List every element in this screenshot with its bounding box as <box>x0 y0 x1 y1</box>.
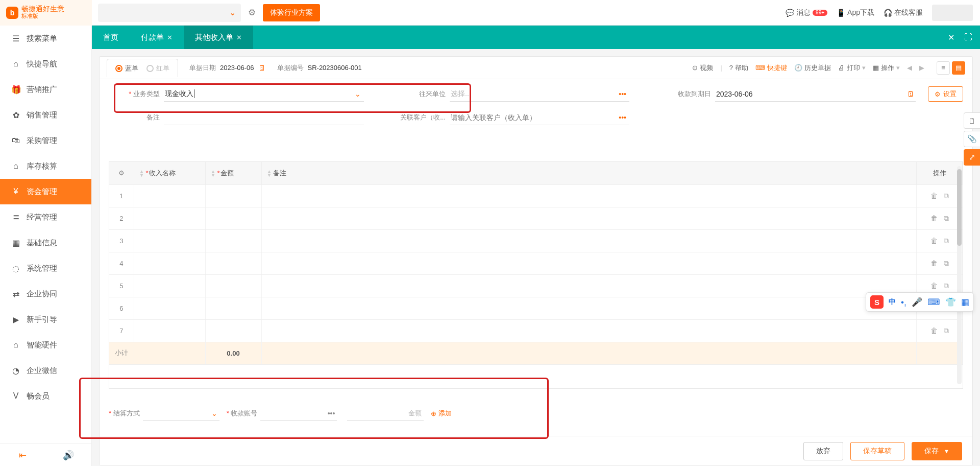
delete-row-icon[interactable]: 🗑 <box>930 259 938 268</box>
table-scrollbar[interactable] <box>957 166 962 384</box>
settle-account-select[interactable]: ••• <box>260 406 337 421</box>
settle-method-select[interactable]: ⌄ <box>143 406 219 421</box>
float-expand-icon[interactable]: ⤢ <box>964 149 980 166</box>
sidebar-item-14[interactable]: V畅会员 <box>0 383 91 409</box>
sidebar-sound-icon[interactable]: 🔊 <box>46 450 92 461</box>
app-download-link[interactable]: 📱 App下载 <box>837 8 874 17</box>
sidebar-item-3[interactable]: ✿销售管理 <box>0 102 91 128</box>
menu-label: 企业微信 <box>27 366 57 376</box>
sidebar-item-5[interactable]: ⌂库存核算 <box>0 153 91 179</box>
view-list[interactable]: ≡ <box>937 61 950 75</box>
sidebar-item-12[interactable]: ⌂智能硬件 <box>0 332 91 358</box>
copy-row-icon[interactable]: ⧉ <box>944 237 949 245</box>
sidebar-item-8[interactable]: ▦基础信息 <box>0 230 91 255</box>
calendar-icon[interactable]: 🗓 <box>258 63 266 72</box>
view-toggle: ≡ ▤ <box>937 61 965 75</box>
tab-close-all[interactable]: ✕ <box>944 31 958 44</box>
sidebar-item-0[interactable]: ☰搜索菜单 <box>0 26 91 51</box>
delete-row-icon[interactable]: 🗑 <box>930 192 938 200</box>
ime-logo-icon: S <box>870 295 884 309</box>
table-row[interactable]: 5🗑⧉ <box>109 274 963 297</box>
copy-row-icon[interactable]: ⧉ <box>944 259 949 268</box>
sidebar-item-4[interactable]: 🛍采购管理 <box>0 128 91 153</box>
tool-shortcut[interactable]: ⌨快捷键 <box>755 63 787 73</box>
sidebar-item-9[interactable]: ◌系统管理 <box>0 255 91 281</box>
table-row[interactable]: 3🗑⧉ <box>109 229 963 252</box>
discard-button[interactable]: 放弃 <box>803 442 843 460</box>
gear-icon[interactable]: ⚙ <box>118 169 125 177</box>
menu-label: 经营管理 <box>27 213 57 222</box>
sidebar-item-13[interactable]: ◔企业微信 <box>0 358 91 383</box>
sidebar-item-6[interactable]: ¥资金管理 <box>0 179 91 204</box>
support-link[interactable]: 🎧 在线客服 <box>884 8 923 17</box>
sidebar-item-11[interactable]: ▶新手引导 <box>0 307 91 332</box>
settings-button[interactable]: ⚙设置 <box>928 86 963 102</box>
grid-icon: ▦ <box>873 64 879 72</box>
copy-row-icon[interactable]: ⧉ <box>944 214 949 223</box>
radio-blue[interactable]: 蓝单 <box>115 64 138 73</box>
ime-mic-icon[interactable]: 🎤 <box>912 297 922 308</box>
sidebar-item-10[interactable]: ⇄企业协同 <box>0 281 91 307</box>
tab-2[interactable]: 其他收入单✕ <box>184 26 253 49</box>
table-row[interactable]: 2🗑⧉ <box>109 207 963 229</box>
biz-type-select[interactable]: 现金收入 ⌄ <box>164 86 364 102</box>
tool-history[interactable]: 🕘历史单据 <box>794 63 831 73</box>
view-form[interactable]: ▤ <box>952 61 965 75</box>
sort-icon[interactable]: ▲▼ <box>267 170 272 177</box>
ime-skin-icon[interactable]: 👕 <box>945 297 956 308</box>
ime-keyboard-icon[interactable]: ⌨ <box>927 297 940 308</box>
due-date-input[interactable]: 2023-06-06 🗓 <box>715 86 916 102</box>
sidebar-item-7[interactable]: ≣经营管理 <box>0 204 91 230</box>
delete-row-icon[interactable]: 🗑 <box>930 282 938 290</box>
trial-button[interactable]: 体验行业方案 <box>263 4 320 21</box>
sort-icon[interactable]: ▲▼ <box>139 170 144 177</box>
tool-ops[interactable]: ▦操作 ▾ <box>873 63 900 73</box>
tab-1[interactable]: 付款单✕ <box>130 26 184 49</box>
table-row[interactable]: 6🗑⧉ <box>109 297 963 319</box>
add-settlement-button[interactable]: ⊕添加 <box>431 409 452 418</box>
delete-row-icon[interactable]: 🗑 <box>930 327 938 335</box>
table-row[interactable]: 4🗑⧉ <box>109 252 963 274</box>
prev-record-icon[interactable]: ◀ <box>907 64 912 72</box>
relcust-input[interactable]: ••• <box>450 110 629 125</box>
ime-toolbar[interactable]: S 中 •ˌ 🎤 ⌨ 👕 ▦ <box>866 292 974 312</box>
panel-toolbar: 蓝单 红单 单据日期 2023-06-06 🗓 单据编号 SR-20230606… <box>100 57 972 79</box>
ime-lang[interactable]: 中 <box>889 297 896 307</box>
doc-date-value[interactable]: 2023-06-06 <box>220 64 254 72</box>
table-row[interactable]: 7🗑⧉ <box>109 319 963 342</box>
close-icon[interactable]: ✕ <box>167 34 173 41</box>
remark-input[interactable] <box>164 110 364 125</box>
sidebar-item-2[interactable]: 🎁营销推广 <box>0 77 91 102</box>
sort-icon[interactable]: ▲▼ <box>211 170 216 177</box>
copy-row-icon[interactable]: ⧉ <box>944 282 949 290</box>
messages-link[interactable]: 💬 消息 99+ <box>786 8 827 17</box>
radio-red[interactable]: 红单 <box>146 64 169 73</box>
tool-video[interactable]: ⊙视频 <box>692 63 713 73</box>
copy-row-icon[interactable]: ⧉ <box>944 327 949 335</box>
sidebar-item-1[interactable]: ⌂快捷导航 <box>0 51 91 77</box>
scrollbar-thumb[interactable] <box>957 169 962 246</box>
copy-row-icon[interactable]: ⧉ <box>944 192 949 200</box>
company-selector[interactable]: ⌄ <box>98 4 241 22</box>
ime-toolbox-icon[interactable]: ▦ <box>961 297 969 308</box>
tab-fullscreen[interactable]: ⛶ <box>962 31 975 44</box>
save-button[interactable]: 保存▼ <box>912 442 962 460</box>
gear-icon[interactable]: ⚙ <box>248 7 256 18</box>
brand-logo[interactable]: b 畅捷通好生意 标准版 <box>0 0 92 26</box>
tool-help[interactable]: ?帮助 <box>729 63 748 73</box>
close-icon[interactable]: ✕ <box>236 34 242 41</box>
delete-row-icon[interactable]: 🗑 <box>930 237 938 245</box>
float-attach-icon[interactable]: 📎 <box>964 131 980 147</box>
ime-punct-icon[interactable]: •ˌ <box>901 297 906 308</box>
user-avatar[interactable] <box>932 5 973 21</box>
save-draft-button[interactable]: 保存草稿 <box>850 442 904 460</box>
settle-amount-input[interactable]: 金额 <box>347 406 424 421</box>
tool-print[interactable]: 🖨打印 ▾ <box>838 63 866 73</box>
party-select[interactable]: 选择... ••• <box>450 86 629 102</box>
table-row[interactable]: 1🗑⧉ <box>109 184 963 207</box>
tab-0[interactable]: 首页 <box>92 26 130 49</box>
float-note-icon[interactable]: 🗒 <box>964 112 980 129</box>
sidebar-collapse-left[interactable]: ⇤ <box>0 450 46 461</box>
next-record-icon[interactable]: ▶ <box>919 64 924 72</box>
delete-row-icon[interactable]: 🗑 <box>930 214 938 223</box>
